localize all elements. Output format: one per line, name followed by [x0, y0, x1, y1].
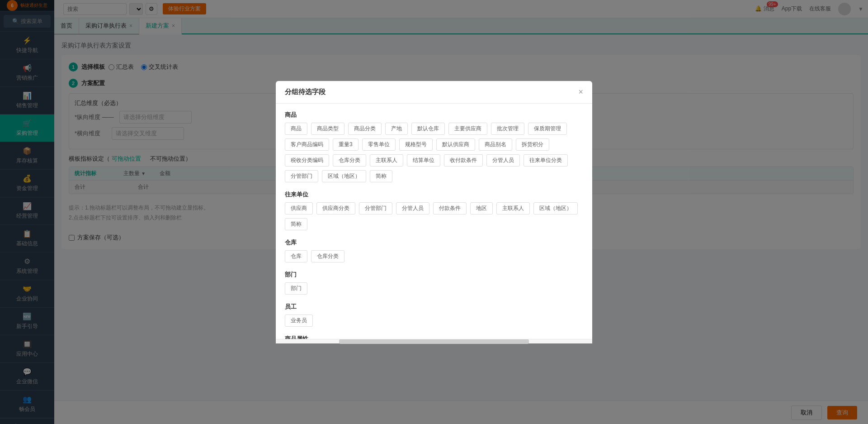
- scrollbar-thumb: [339, 339, 529, 344]
- field-group-2: 仓库仓库仓库分类: [285, 238, 583, 262]
- field-tag-0-11[interactable]: 规格型号: [399, 138, 433, 151]
- field-tag-0-2[interactable]: 商品分类: [348, 123, 382, 135]
- field-tag-1-0[interactable]: 供应商: [285, 202, 313, 214]
- field-tag-0-7[interactable]: 保质期管理: [528, 123, 567, 135]
- field-group-title-1: 往来单位: [285, 191, 583, 199]
- field-group-title-0: 商品: [285, 111, 583, 119]
- field-tag-1-2[interactable]: 分管部门: [359, 202, 392, 214]
- field-group-3: 部门部门: [285, 271, 583, 295]
- field-tag-1-3[interactable]: 分管人员: [396, 202, 429, 214]
- field-list-0: 商品商品类型商品分类产地默认仓库主要供应商批次管理保质期管理客户商品编码重量3零…: [285, 123, 583, 182]
- field-tag-0-6[interactable]: 批次管理: [491, 123, 524, 135]
- field-tag-0-22[interactable]: 分管部门: [285, 170, 318, 182]
- field-list-4: 业务员: [285, 314, 583, 327]
- field-group-title-3: 部门: [285, 271, 583, 279]
- field-tag-0-23[interactable]: 区域（地区）: [322, 170, 366, 182]
- field-group-0: 商品商品商品类型商品分类产地默认仓库主要供应商批次管理保质期管理客户商品编码重量…: [285, 111, 583, 182]
- field-tag-0-4[interactable]: 默认仓库: [411, 123, 445, 135]
- field-tag-1-6[interactable]: 主联系人: [496, 202, 530, 214]
- modal-header: 分组待选字段 ×: [276, 81, 592, 104]
- field-tag-0-3[interactable]: 产地: [385, 123, 408, 135]
- field-tag-0-13[interactable]: 商品别名: [479, 138, 512, 151]
- field-tag-0-8[interactable]: 客户商品编码: [285, 138, 329, 151]
- horizontal-scrollbar[interactable]: [276, 339, 592, 343]
- field-group-5: 商品属性属性颜色多规格尺码鞋码1: [285, 335, 583, 339]
- field-tag-0-17[interactable]: 主联系人: [370, 154, 403, 167]
- field-tag-0-21[interactable]: 往来单位分类: [524, 154, 568, 167]
- field-tag-0-24[interactable]: 简称: [370, 170, 392, 182]
- field-list-1: 供应商供应商分类分管部门分管人员付款条件地区主联系人区域（地区）简称: [285, 202, 583, 230]
- field-tag-1-5[interactable]: 地区: [470, 202, 493, 214]
- field-list-2: 仓库仓库分类: [285, 250, 583, 262]
- field-list-3: 部门: [285, 282, 583, 295]
- field-group-title-2: 仓库: [285, 238, 583, 247]
- field-tag-2-0[interactable]: 仓库: [285, 250, 307, 262]
- field-tag-0-14[interactable]: 拆货积分: [516, 138, 549, 151]
- field-tag-0-0[interactable]: 商品: [285, 123, 307, 135]
- field-group-4: 员工业务员: [285, 303, 583, 327]
- field-tag-0-15[interactable]: 税收分类编码: [285, 154, 329, 167]
- field-tag-1-7[interactable]: 区域（地区）: [533, 202, 578, 214]
- field-tag-0-18[interactable]: 结算单位: [407, 154, 440, 167]
- field-tag-0-1[interactable]: 商品类型: [311, 123, 344, 135]
- field-tag-0-16[interactable]: 仓库分类: [333, 154, 366, 167]
- field-tag-1-4[interactable]: 付款条件: [433, 202, 467, 214]
- field-select-modal: 分组待选字段 × 商品商品商品类型商品分类产地默认仓库主要供应商批次管理保质期管…: [276, 81, 592, 343]
- modal-title: 分组待选字段: [285, 88, 326, 96]
- field-tag-0-20[interactable]: 分管人员: [486, 154, 520, 167]
- field-tag-0-10[interactable]: 零售单位: [362, 138, 396, 151]
- modal-close-button[interactable]: ×: [578, 87, 583, 97]
- field-tag-0-19[interactable]: 收付款条件: [444, 154, 483, 167]
- field-group-1: 往来单位供应商供应商分类分管部门分管人员付款条件地区主联系人区域（地区）简称: [285, 191, 583, 230]
- modal-body[interactable]: 商品商品商品类型商品分类产地默认仓库主要供应商批次管理保质期管理客户商品编码重量…: [276, 104, 592, 339]
- field-tag-0-5[interactable]: 主要供应商: [448, 123, 487, 135]
- field-tag-0-9[interactable]: 重量3: [333, 138, 359, 151]
- close-icon: ×: [578, 87, 583, 96]
- field-group-title-4: 员工: [285, 303, 583, 311]
- field-tag-1-8[interactable]: 简称: [285, 218, 307, 230]
- field-tag-2-1[interactable]: 仓库分类: [311, 250, 344, 262]
- field-tag-1-1[interactable]: 供应商分类: [316, 202, 355, 214]
- field-tag-3-0[interactable]: 部门: [285, 282, 307, 295]
- field-tag-0-12[interactable]: 默认供应商: [436, 138, 475, 151]
- modal-overlay: 分组待选字段 × 商品商品商品类型商品分类产地默认仓库主要供应商批次管理保质期管…: [0, 0, 868, 424]
- field-group-title-5: 商品属性: [285, 335, 583, 339]
- field-tag-4-0[interactable]: 业务员: [285, 314, 313, 327]
